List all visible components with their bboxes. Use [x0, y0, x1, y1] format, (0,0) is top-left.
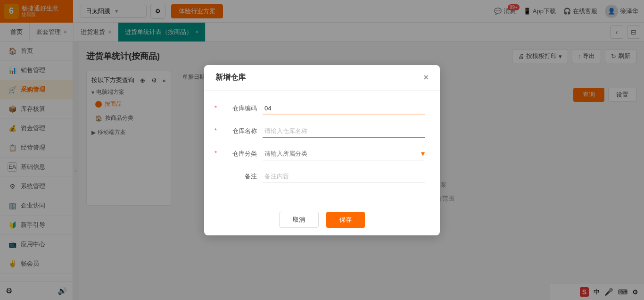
code-label: 仓库编码 — [219, 104, 257, 113]
modal-body: 仓库编码 仓库名称 仓库分类 ▾ 备注 — [204, 91, 440, 204]
category-form-row: 仓库分类 ▾ — [219, 147, 425, 160]
category-select-wrapper: ▾ — [263, 147, 425, 160]
remark-label: 备注 — [219, 172, 257, 181]
category-label: 仓库分类 — [219, 150, 257, 158]
category-dropdown-icon[interactable]: ▾ — [421, 149, 425, 158]
name-input[interactable] — [263, 125, 425, 138]
save-button[interactable]: 保存 — [326, 212, 365, 228]
remark-input[interactable] — [263, 170, 425, 183]
modal-overlay: 新增仓库 × 仓库编码 仓库名称 仓库分类 ▾ — [0, 0, 644, 300]
remark-form-row: 备注 — [219, 170, 425, 183]
modal-dialog: 新增仓库 × 仓库编码 仓库名称 仓库分类 ▾ — [204, 65, 440, 235]
name-form-row: 仓库名称 — [219, 125, 425, 138]
code-input[interactable] — [263, 102, 425, 115]
category-input[interactable] — [263, 147, 421, 160]
name-label: 仓库名称 — [219, 127, 257, 135]
modal-close-button[interactable]: × — [423, 73, 429, 82]
modal-header: 新增仓库 × — [204, 65, 440, 91]
modal-footer: 取消 保存 — [204, 204, 440, 235]
modal-title: 新增仓库 — [215, 73, 246, 83]
cancel-button[interactable]: 取消 — [279, 212, 319, 228]
code-form-row: 仓库编码 — [219, 102, 425, 115]
